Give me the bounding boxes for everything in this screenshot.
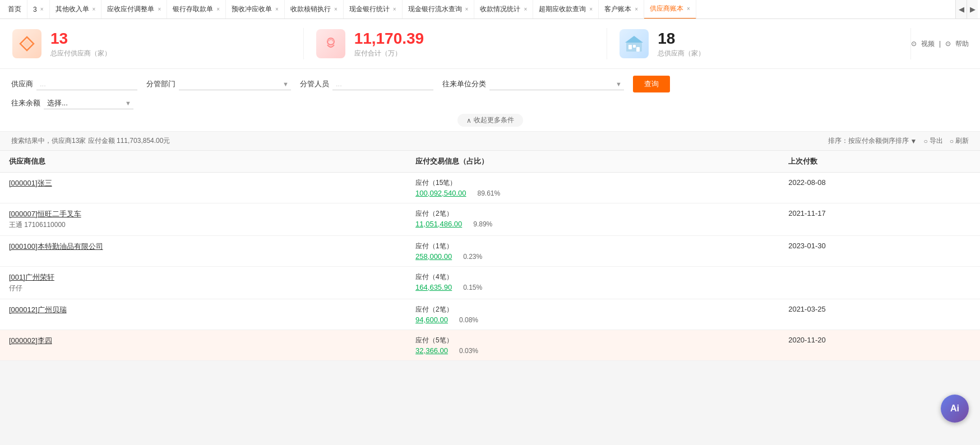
col-header-supplier: 供应商信息 <box>0 151 406 173</box>
summary-total-suppliers-text: 18 总供应商（家） <box>658 30 705 58</box>
nav-tab-cash-stat[interactable]: 现金银行统计 × <box>344 0 403 19</box>
nav-tab-bank[interactable]: 银行存取款单 × <box>167 0 226 19</box>
category-select-wrap: ▼ <box>489 78 624 90</box>
person-input[interactable] <box>332 78 433 90</box>
result-bar: 搜索结果中，供应商13家 应付金额 111,703,854.00元 排序：按应付… <box>0 132 980 151</box>
summary-item-total-payable: 11,170.39 应付合计（万） <box>304 28 608 59</box>
nav-scroll-arrows: ◀ ▶ <box>955 0 978 19</box>
pay-label: 应付（15笔） <box>415 178 770 188</box>
cell-last-pay-date: 2020-11-20 <box>779 330 980 361</box>
sort-icon: ▼ <box>910 137 917 145</box>
svg-point-5 <box>330 38 332 40</box>
filter-area: 供应商 分管部门 ▼ 分管人员 往来单位分类 ▼ 查询 <box>0 69 980 132</box>
filter-row-2: 往来余额 选择... ▼ <box>11 97 969 109</box>
sort-label[interactable]: 排序：按应付余额倒序排序 ▼ <box>828 136 917 146</box>
balance-select[interactable]: 选择... <box>44 97 133 109</box>
nav-tab-other-income[interactable]: 其他收入单 × <box>50 0 102 19</box>
supplier-link[interactable]: [001]广州荣轩 <box>9 273 54 281</box>
nav-tab-collect-stat[interactable]: 收款情况统计 × <box>474 0 533 19</box>
nav-tab-prepay[interactable]: 预收冲应收单 × <box>226 0 285 19</box>
close-icon[interactable]: × <box>687 6 690 12</box>
refresh-icon: ○ <box>950 137 954 145</box>
table-row: [000007]恒旺二手叉车王通 17106110000 应付（2笔） 11,0… <box>0 203 980 236</box>
close-icon[interactable]: × <box>589 6 593 12</box>
nav-tab-supplier-ledger[interactable]: 供应商账本 × <box>644 0 696 19</box>
collapse-button[interactable]: ∧ 收起更多条件 <box>457 114 523 127</box>
nav-tab-home[interactable]: 首页 <box>2 0 27 19</box>
close-icon[interactable]: × <box>93 6 96 12</box>
nav-tab-adjust[interactable]: 应收应付调整单 × <box>101 0 167 19</box>
total-payable-label: 应付合计（万） <box>354 49 424 58</box>
close-icon[interactable]: × <box>216 6 220 12</box>
supplier-link[interactable]: [000012]广州贝瑞 <box>9 305 67 314</box>
supplier-link[interactable]: [000001]张三 <box>9 179 52 187</box>
nav-tab-3[interactable]: 3 × <box>27 0 50 19</box>
amount-link[interactable]: 100,092,540.00 <box>415 189 466 197</box>
amount-link[interactable]: 258,000.00 <box>415 252 452 261</box>
close-icon[interactable]: × <box>465 6 469 12</box>
pay-label: 应付（1笔） <box>415 242 770 251</box>
cell-last-pay-date: 2021-11-17 <box>779 203 980 236</box>
nav-tab-overdue[interactable]: 超期应收款查询 × <box>533 0 599 19</box>
filter-supplier: 供应商 <box>11 78 137 90</box>
supplier-input[interactable] <box>36 78 137 90</box>
percent-value: 0.23% <box>463 253 482 261</box>
nav-tab-receipt[interactable]: 收款核销执行 × <box>285 0 344 19</box>
percent-value: 9.89% <box>473 220 492 228</box>
category-select[interactable] <box>489 78 624 90</box>
summary-total-payable-text: 11,170.39 应付合计（万） <box>354 30 424 58</box>
supplier-link[interactable]: [000100]本特勤油品有限公司 <box>9 242 103 251</box>
cell-transaction-info: 应付（4笔） 164,635.90 0.15% <box>406 267 779 299</box>
help-link[interactable]: 帮助 <box>955 39 969 49</box>
cell-transaction-info: 应付（15笔） 100,092,540.00 89.61% <box>406 173 779 203</box>
balance-label: 往来余额 <box>11 98 40 108</box>
supplier-link[interactable]: [000007]恒旺二手叉车 <box>9 210 81 218</box>
close-icon[interactable]: × <box>635 6 638 12</box>
query-button[interactable]: 查询 <box>633 76 670 92</box>
supplier-sub: 王通 17106110000 <box>9 220 397 230</box>
summary-payable-suppliers-text: 13 总应付供应商（家） <box>50 30 111 58</box>
svg-point-3 <box>327 39 330 41</box>
export-icon: ○ <box>924 137 928 145</box>
total-payable-number: 11,170.39 <box>354 30 424 48</box>
close-icon[interactable]: × <box>40 6 44 12</box>
cell-supplier-info: [000100]本特勤油品有限公司 <box>0 236 406 267</box>
close-icon[interactable]: × <box>275 6 279 12</box>
supplier-table: 供应商信息 应付交易信息（占比） 上次付数 [000001]张三 应付（15笔）… <box>0 151 980 361</box>
amount-link[interactable]: 94,600.00 <box>415 316 448 324</box>
amount-link[interactable]: 32,366.00 <box>415 346 448 355</box>
nav-tab-cash-flow[interactable]: 现金银行流水查询 × <box>403 0 475 19</box>
cell-supplier-info: [001]广州荣轩仔仔 <box>0 267 406 299</box>
cell-supplier-info: [000001]张三 <box>0 173 406 203</box>
amount-link[interactable]: 11,051,486.00 <box>415 220 462 228</box>
filter-dept: 分管部门 ▼ <box>146 78 291 90</box>
supplier-link[interactable]: [000002]李四 <box>9 336 52 345</box>
cell-transaction-info: 应付（5笔） 32,366.00 0.03% <box>406 330 779 361</box>
balance-select-wrap: 选择... ▼ <box>44 97 133 109</box>
close-icon[interactable]: × <box>393 6 396 12</box>
pay-label: 应付（2笔） <box>415 209 770 219</box>
table-row: [000012]广州贝瑞 应付（2笔） 94,600.00 0.08% 2021… <box>0 299 980 330</box>
dept-select[interactable] <box>179 78 291 90</box>
col-header-lastpay: 上次付数 <box>779 151 980 173</box>
dept-label: 分管部门 <box>146 79 175 89</box>
collapse-label: 收起更多条件 <box>474 115 514 125</box>
video-link[interactable]: 视频 <box>921 39 935 49</box>
refresh-button[interactable]: ○ 刷新 <box>950 136 969 146</box>
nav-right-arrow[interactable]: ▶ <box>967 0 978 19</box>
close-icon[interactable]: × <box>334 6 338 12</box>
close-icon[interactable]: × <box>524 6 527 12</box>
summary-item-payable-suppliers: 13 总应付供应商（家） <box>11 28 304 59</box>
payable-suppliers-label: 总应付供应商（家） <box>50 49 111 58</box>
video-icon: ⊙ <box>911 40 917 48</box>
close-icon[interactable]: × <box>158 6 161 12</box>
amount-link[interactable]: 164,635.90 <box>415 283 452 291</box>
total-suppliers-number: 18 <box>658 30 705 48</box>
export-button[interactable]: ○ 导出 <box>924 136 943 146</box>
nav-left-arrow[interactable]: ◀ <box>955 0 967 19</box>
nav-tab-customer-ledger[interactable]: 客户账本 × <box>599 0 644 19</box>
percent-value: 0.03% <box>459 347 478 355</box>
total-suppliers-label: 总供应商（家） <box>658 49 705 58</box>
table-row: [000001]张三 应付（15笔） 100,092,540.00 89.61%… <box>0 173 980 203</box>
filter-category: 往来单位分类 ▼ <box>442 78 624 90</box>
